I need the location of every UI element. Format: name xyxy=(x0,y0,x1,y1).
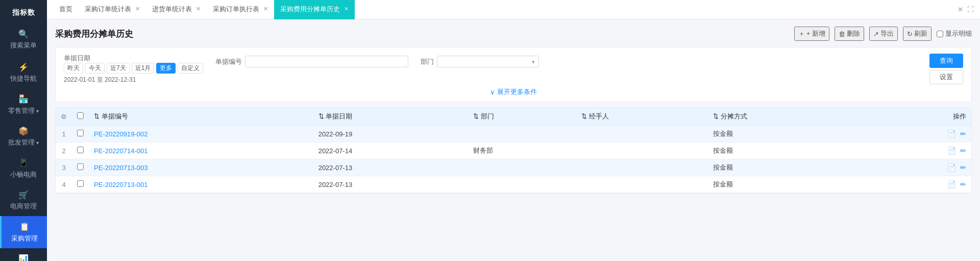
col-doc-no: ⇅ 单据编号 xyxy=(89,108,313,126)
show-cols-checkbox[interactable] xyxy=(937,31,943,37)
date-btn-custom[interactable]: 自定义 xyxy=(178,63,203,74)
search-icon: 🔍 xyxy=(2,29,45,40)
date-filter-group: 单据日期 昨天 今天 近7天 近1月 更多 自定义 2022-01-01 至 2… xyxy=(64,54,203,84)
quick-icon: ⚡ xyxy=(2,62,45,73)
add-button[interactable]: ＋ + 新增 xyxy=(794,27,829,41)
row-date: 2022-07-13 xyxy=(313,176,468,193)
doc-no-link[interactable]: PE-20220713-003 xyxy=(94,164,148,172)
dept-select[interactable] xyxy=(437,56,539,67)
date-btn-1month[interactable]: 近1月 xyxy=(132,63,155,74)
ecom-icon: 🛒 xyxy=(2,189,45,201)
sidebar-item-label: 快捷导航 xyxy=(10,75,37,82)
close-icon[interactable]: ✕ xyxy=(196,6,201,12)
date-filter-label: 单据日期 xyxy=(64,54,90,62)
tab-bar: 首页 采购订单统计表 ✕ 进货单统计表 ✕ 采购订单执行表 ✕ 采购费用分摊单历… xyxy=(47,0,980,19)
query-button[interactable]: 查询 xyxy=(929,54,963,68)
tab-purchase-exec[interactable]: 采购订单执行表 ✕ xyxy=(207,0,274,19)
col-settings[interactable]: ⚙ xyxy=(56,108,72,126)
doc-no-link[interactable]: PE-20220713-001 xyxy=(94,181,148,188)
doc-no-link[interactable]: PE-20220919-002 xyxy=(94,130,148,138)
edit-icon[interactable]: ✏ xyxy=(960,163,966,172)
export-button[interactable]: ↗ 导出 xyxy=(869,27,898,41)
sidebar-item-ecom[interactable]: 🛒 电商管理 xyxy=(0,184,47,217)
row-checkbox[interactable] xyxy=(77,130,84,136)
table-row: 3 PE-20220713-003 2022-07-13 按金额 📄 ✏ xyxy=(56,159,971,176)
doc-no-input[interactable] xyxy=(245,56,408,67)
table-header-row: ⚙ ⇅ 单据编号 ⇅ 单据日期 ⇅ 部门 xyxy=(56,108,971,126)
tab-purchase-split-history[interactable]: 采购费用分摊单历史 ✕ xyxy=(274,0,355,19)
sidebar-item-retail[interactable]: 🏪 零售管理 ▾ xyxy=(0,88,47,121)
expand-window-icon[interactable]: ⛶ xyxy=(967,6,974,13)
select-all-checkbox[interactable] xyxy=(77,112,84,119)
date-btn-7days[interactable]: 近7天 xyxy=(107,63,130,74)
data-table: ⚙ ⇅ 单据编号 ⇅ 单据日期 ⇅ 部门 xyxy=(56,108,971,193)
close-icon[interactable]: ✕ xyxy=(263,6,268,12)
date-btn-yesterday[interactable]: 昨天 xyxy=(64,63,83,74)
col-handler: ⇅ 经手人 xyxy=(576,108,708,126)
delete-button[interactable]: 🗑 删除 xyxy=(835,27,864,41)
sidebar-item-inventory[interactable]: 📊 库存核算 xyxy=(0,248,47,261)
filter-row: 单据日期 昨天 今天 近7天 近1月 更多 自定义 2022-01-01 至 2… xyxy=(64,54,963,84)
row-doc-no: PE-20220713-003 xyxy=(89,159,313,176)
show-cols-toggle[interactable]: 显示明细 xyxy=(937,29,972,38)
delete-icon: 🗑 xyxy=(839,30,845,38)
doc-no-link[interactable]: PE-20220714-001 xyxy=(94,147,148,155)
edit-icon[interactable]: ✏ xyxy=(960,147,966,155)
dept-label: 部门 xyxy=(421,57,434,66)
table-row: 4 PE-20220713-001 2022-07-13 按金额 📄 ✏ xyxy=(56,176,971,193)
close-icon[interactable]: ✕ xyxy=(135,6,140,12)
header-actions: ＋ + 新增 🗑 删除 ↗ 导出 ↻ 刷新 显示明细 xyxy=(794,27,972,41)
view-icon[interactable]: 📄 xyxy=(947,163,956,172)
export-icon: ↗ xyxy=(873,30,879,38)
sidebar-item-label: 采购管理 xyxy=(11,234,38,242)
sidebar-item-wholesale[interactable]: 📦 批发管理 ▾ xyxy=(0,121,47,153)
expand-more-btn[interactable]: ∨ 展开更多条件 xyxy=(64,87,963,97)
filter-right-actions: 查询 设置 xyxy=(929,54,963,84)
col-date-label: ⇅ 单据日期 xyxy=(318,112,353,120)
row-checkbox-cell xyxy=(72,143,89,159)
col-split-method: ⇅ 分摊方式 xyxy=(708,108,863,126)
row-checkbox[interactable] xyxy=(77,147,84,153)
col-handler-label: ⇅ 经手人 xyxy=(581,112,609,120)
row-dept: 财务部 xyxy=(468,143,576,159)
export-label: 导出 xyxy=(880,29,894,38)
row-settings: 2 xyxy=(56,143,72,159)
tab-home-label: 首页 xyxy=(59,5,72,14)
date-btn-more[interactable]: 更多 xyxy=(156,63,176,74)
view-icon[interactable]: 📄 xyxy=(947,147,956,155)
sidebar-item-quick[interactable]: ⚡ 快捷导航 xyxy=(0,57,47,89)
row-checkbox[interactable] xyxy=(77,180,84,187)
col-dept: ⇅ 部门 xyxy=(468,108,576,126)
date-btn-today[interactable]: 今天 xyxy=(85,63,105,74)
row-ops: 📄 ✏ xyxy=(863,143,971,159)
show-cols-label: 显示明细 xyxy=(945,29,972,38)
date-btns: 昨天 今天 近7天 近1月 更多 自定义 xyxy=(64,63,203,74)
view-icon[interactable]: 📄 xyxy=(947,180,956,188)
sidebar-item-mini[interactable]: 📱 小畅电商 xyxy=(0,152,47,184)
view-icon[interactable]: 📄 xyxy=(947,130,956,138)
close-window-icon[interactable]: ✕ xyxy=(958,6,963,13)
filter-area: 单据日期 昨天 今天 近7天 近1月 更多 自定义 2022-01-01 至 2… xyxy=(55,47,972,102)
edit-icon[interactable]: ✏ xyxy=(960,130,966,138)
tab-label: 采购费用分摊单历史 xyxy=(280,5,340,14)
filter-settings-button[interactable]: 设置 xyxy=(929,70,963,84)
row-dept xyxy=(468,126,576,143)
sidebar-item-search[interactable]: 🔍 搜索菜单 xyxy=(0,23,47,56)
tab-stock-stats[interactable]: 进货单统计表 ✕ xyxy=(146,0,207,19)
close-icon[interactable]: ✕ xyxy=(344,6,349,12)
row-checkbox[interactable] xyxy=(77,163,84,170)
expand-label: 展开更多条件 xyxy=(497,87,537,97)
row-ops: 📄 ✏ xyxy=(863,176,971,193)
tab-purchase-order-stats[interactable]: 采购订单统计表 ✕ xyxy=(79,0,146,19)
inventory-icon: 📊 xyxy=(2,253,45,261)
edit-icon[interactable]: ✏ xyxy=(960,180,966,188)
tab-home[interactable]: 首页 xyxy=(53,0,79,19)
refresh-icon: ↻ xyxy=(907,30,913,38)
refresh-button[interactable]: ↻ 刷新 xyxy=(903,27,932,41)
chevron-down-icon: ▾ xyxy=(36,108,39,114)
table-row: 2 PE-20220714-001 2022-07-14 财务部 按金额 📄 ✏ xyxy=(56,143,971,159)
row-handler xyxy=(576,126,708,143)
doc-no-label: 单据编号 xyxy=(215,57,242,66)
sidebar-item-purchase[interactable]: 📋 采购管理 xyxy=(0,216,47,248)
chevron-down-icon: ▾ xyxy=(36,140,39,146)
